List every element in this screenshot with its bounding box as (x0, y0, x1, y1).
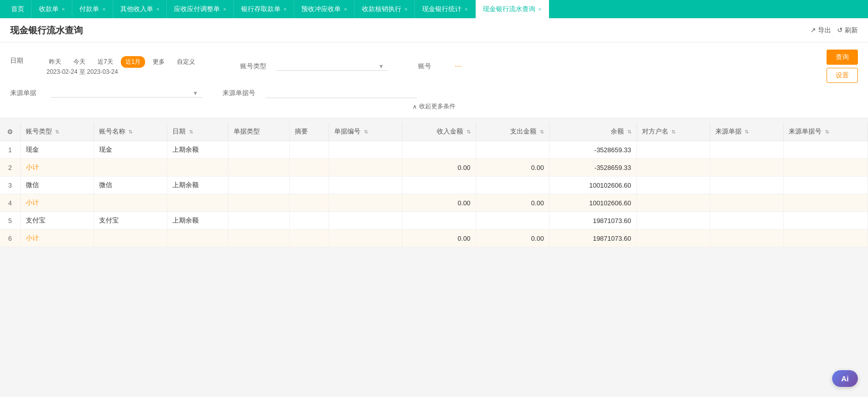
income-cell: 0.00 (402, 159, 476, 177)
col-counterpart[interactable]: 对方户名 ⇅ (636, 122, 710, 141)
nav-tab-现金银行统计[interactable]: 现金银行统计× (415, 0, 475, 18)
doc-type-cell (229, 159, 290, 177)
doc-no-cell (329, 141, 402, 159)
tab-close-icon[interactable]: × (284, 6, 287, 12)
account-name-cell (94, 230, 167, 247)
counterpart-cell (636, 141, 710, 159)
counterpart-cell (636, 177, 710, 194)
tab-close-icon[interactable]: × (344, 6, 347, 12)
header-actions: ↗ 导出 ↺ 刷新 (810, 26, 858, 35)
date-cell: 上期余额 (167, 177, 229, 194)
page-title: 现金银行流水查询 (10, 24, 83, 36)
export-button[interactable]: ↗ 导出 (810, 26, 831, 35)
account-no-dots-icon[interactable]: ··· (454, 62, 461, 71)
counterpart-cell (636, 212, 710, 230)
date-cell: 上期余额 (167, 141, 229, 159)
account-name-cell (94, 194, 167, 212)
expense-cell: 0.00 (476, 230, 549, 247)
source-doc-cell (710, 194, 783, 212)
col-source-doc-no[interactable]: 来源单据号 ⇅ (784, 122, 868, 141)
account-type-cell: 小计 (20, 230, 94, 247)
settings-button[interactable]: 设置 (827, 68, 858, 83)
col-doc-type[interactable]: 单据类型 (229, 122, 290, 141)
doc-type-cell (229, 177, 290, 194)
counterpart-cell (636, 159, 710, 177)
filter-row-1: 日期 昨天 今天 近7天 近1月 更多 自定义 2023-02-24 至 202… (10, 50, 858, 83)
col-expense[interactable]: 支出金额 ⇅ (476, 122, 549, 141)
tab-close-icon[interactable]: × (62, 6, 65, 12)
date-options-group: 昨天 今天 近7天 近1月 更多 自定义 2023-02-24 至 2023-0… (44, 56, 200, 76)
table-row: 4小计0.000.00100102606.60 (0, 194, 868, 212)
doc-type-cell (229, 194, 290, 212)
action-buttons: 查询 设置 (827, 50, 858, 83)
col-date[interactable]: 日期 ⇅ (167, 122, 229, 141)
expense-cell (476, 212, 549, 230)
col-account-name[interactable]: 账号名称 ⇅ (94, 122, 167, 141)
account-name-cell: 微信 (94, 177, 167, 194)
summary-cell (290, 177, 329, 194)
doc-type-cell (229, 230, 290, 247)
col-source-doc[interactable]: 来源单据 ⇅ (710, 122, 783, 141)
date-btn-custom[interactable]: 自定义 (172, 56, 200, 68)
nav-home[interactable]: 首页 (4, 0, 32, 18)
account-type-cell: 微信 (20, 177, 94, 194)
nav-tab-预收冲应收单[interactable]: 预收冲应收单× (294, 0, 354, 18)
query-button[interactable]: 查询 (827, 50, 858, 65)
col-balance[interactable]: 余额 ⇅ (549, 122, 636, 141)
tab-close-icon[interactable]: × (404, 6, 407, 12)
nav-tab-银行存取款单[interactable]: 银行存取款单× (234, 0, 294, 18)
nav-tab-收款核销执行[interactable]: 收款核销执行× (355, 0, 415, 18)
date-btn-more[interactable]: 更多 (148, 56, 169, 68)
source-doc-cell (710, 230, 783, 247)
tab-close-icon[interactable]: × (156, 6, 159, 12)
col-income[interactable]: 收入金额 ⇅ (402, 122, 476, 141)
account-type-cell: 支付宝 (20, 212, 94, 230)
source-doc-no-label: 来源单据号 (222, 89, 255, 98)
tab-close-icon[interactable]: × (538, 6, 541, 12)
table-row: 1现金现金上期余额-3528659.33 (0, 141, 868, 159)
date-btn-today[interactable]: 今天 (69, 56, 90, 68)
collapse-label: 收起更多条件 (419, 102, 455, 111)
col-account-type[interactable]: 账号类型 ⇅ (20, 122, 94, 141)
tab-close-icon[interactable]: × (102, 6, 105, 12)
balance-cell: 100102606.60 (549, 194, 636, 212)
nav-tab-付款单[interactable]: 付款单× (72, 0, 113, 18)
nav-tab-现金银行流水查询[interactable]: 现金银行流水查询× (476, 0, 549, 18)
date-btn-7days[interactable]: 近7天 (93, 56, 118, 68)
date-btn-yesterday[interactable]: 昨天 (44, 56, 66, 68)
date-btn-1month[interactable]: 近1月 (121, 56, 146, 68)
nav-tab-收款单[interactable]: 收款单× (32, 0, 72, 18)
table-row: 3微信微信上期余额100102606.60 (0, 177, 868, 194)
data-table: ⚙ 账号类型 ⇅ 账号名称 ⇅ 日期 ⇅ 单据类型 摘要 单据编号 ⇅ 收入金额… (0, 122, 868, 247)
account-name-cell: 现金 (94, 141, 167, 159)
doc-no-cell (329, 212, 402, 230)
summary-cell (290, 212, 329, 230)
row-num: 1 (0, 141, 20, 159)
table-row: 2小计0.000.00-3528659.33 (0, 159, 868, 177)
source-doc-no-cell (784, 159, 868, 177)
date-cell: 上期余额 (167, 212, 229, 230)
tab-close-icon[interactable]: × (465, 6, 468, 12)
account-type-filter-group: 账号类型 ▼ (240, 62, 388, 71)
col-doc-no[interactable]: 单据编号 ⇅ (329, 122, 402, 141)
nav-tab-应收应付调整单[interactable]: 应收应付调整单× (167, 0, 234, 18)
nav-tab-其他收入单[interactable]: 其他收入单× (113, 0, 167, 18)
col-settings[interactable]: ⚙ (0, 122, 20, 141)
source-doc-no-cell (784, 212, 868, 230)
date-filter-label: 日期 (10, 56, 40, 65)
table-header: ⚙ 账号类型 ⇅ 账号名称 ⇅ 日期 ⇅ 单据类型 摘要 单据编号 ⇅ 收入金额… (0, 122, 868, 141)
source-doc-cell (710, 141, 783, 159)
source-doc-no-input[interactable] (265, 88, 417, 98)
tab-close-icon[interactable]: × (223, 6, 226, 12)
collapse-bar[interactable]: ∧ 收起更多条件 (10, 100, 858, 114)
col-summary[interactable]: 摘要 (290, 122, 329, 141)
income-cell (402, 212, 476, 230)
source-doc-select[interactable]: ▼ (51, 89, 202, 98)
refresh-button[interactable]: ↺ 刷新 (837, 26, 858, 35)
date-filter-group: 日期 昨天 今天 近7天 近1月 更多 自定义 2023-02-24 至 202… (10, 56, 200, 76)
source-doc-no-cell (784, 230, 868, 247)
row-num: 3 (0, 177, 20, 194)
doc-no-cell (329, 159, 402, 177)
date-options-row: 昨天 今天 近7天 近1月 更多 自定义 (44, 56, 200, 68)
account-type-select[interactable]: ▼ (277, 62, 388, 71)
